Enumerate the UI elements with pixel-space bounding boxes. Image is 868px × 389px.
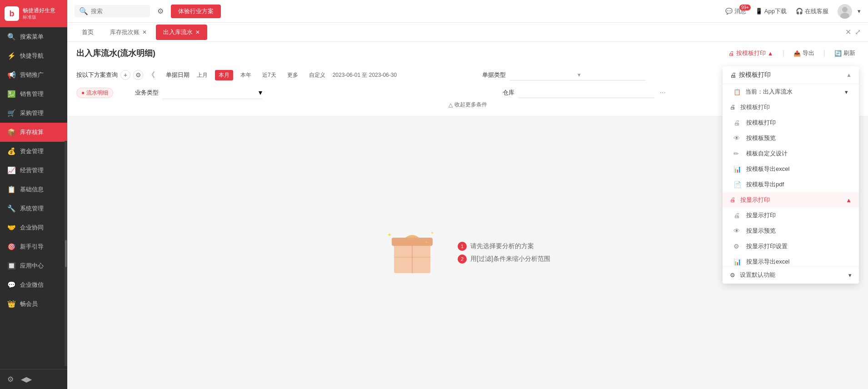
basic-info-icon: 📋 — [7, 185, 15, 194]
app-name-text: 畅捷通好生意 标准版 — [23, 7, 55, 21]
online-service-btn[interactable]: 🎧 在线客服 — [796, 7, 828, 15]
date-btn-this-month[interactable]: 本月 — [215, 70, 233, 80]
template-print-icon: 🖨 — [733, 119, 742, 126]
page-area: 出入库流水(流水明细) 🖨 按模板打印 ▲ | 📤 导出 | 🔄 刷新 — [67, 42, 868, 389]
topbar-search-box[interactable]: 🔍 — [75, 5, 150, 17]
empty-step-1: 1 请先选择要分析的方案 — [458, 242, 550, 251]
dropdown-current-item[interactable]: 📋 当前：出入库流水 ▾ — [723, 84, 859, 100]
svg-text:✦: ✦ — [425, 240, 428, 244]
filter-tag-area: ● 流水明细 — [76, 88, 113, 98]
settings-icon[interactable]: ⚙ — [7, 375, 14, 384]
sidebar-item-quick-nav[interactable]: ⚡ 快捷导航 — [0, 46, 67, 65]
quick-nav-icon: ⚡ — [7, 52, 15, 60]
sidebar-item-search-menu[interactable]: 🔍 搜索菜单 — [0, 27, 67, 46]
user-avatar-btn[interactable]: ▾ — [838, 4, 861, 19]
business-type-dropdown[interactable]: ▾ — [162, 86, 262, 99]
warehouse-label: 仓库 — [503, 89, 514, 97]
window-controls: ✕ ⤢ — [845, 28, 861, 36]
dropdown-item-display-print[interactable]: 🖨 按显示打印 — [723, 208, 859, 223]
sidebar-nav: 🔍 搜索菜单 ⚡ 快捷导航 📢 营销推广 💹 销售管理 🛒 采购管理 📦 库存核… — [0, 27, 67, 369]
template-custom-icon: ✏ — [733, 150, 742, 157]
sidebar-item-enterprise-coop[interactable]: 🤝 企业协同 — [0, 218, 67, 237]
tab-inout-flow[interactable]: 出入库流水 ✕ — [156, 25, 207, 40]
date-btn-custom[interactable]: 自定义 — [305, 70, 329, 80]
enterprise-wechat-icon: 💬 — [7, 281, 15, 289]
dropdown-item-display-settings[interactable]: ⚙ 按显示打印设置 — [723, 239, 859, 254]
collapse-sidebar-icon[interactable]: ◀▶ — [21, 375, 32, 384]
dropdown-item-display-export-excel[interactable]: 📊 按显示导出excel — [723, 254, 859, 266]
dropdown-item-template-print[interactable]: 🖨 按模板打印 — [723, 115, 859, 130]
sidebar-item-operations[interactable]: 📈 经营管理 — [0, 161, 67, 180]
dropdown-item-template-preview[interactable]: 👁 按模板预览 — [723, 130, 859, 146]
date-btn-last7[interactable]: 近7天 — [259, 70, 280, 80]
date-filter: 单据日期 上月 本月 本年 近7天 更多 自定义 2023-06-01 至 20… — [166, 70, 471, 80]
dropdown-item-display-preview[interactable]: 👁 按显示预览 — [723, 223, 859, 239]
sidebar-item-enterprise-wechat[interactable]: 💬 企业微信 — [0, 275, 67, 294]
tab-inventory-batch-close[interactable]: ✕ — [142, 29, 147, 35]
app-download-btn[interactable]: 📱 App下载 — [755, 7, 787, 15]
business-type-section: 业务类型 ▾ — [135, 86, 491, 99]
filter-label: 按以下方案查询 — [76, 71, 118, 79]
dropdown-item-template-custom[interactable]: ✏ 模板自定义设计 — [723, 146, 859, 161]
dropdown-footer-settings[interactable]: ⚙ 设置默认功能 ▾ — [723, 266, 859, 284]
dropdown-header: 🖨 按模板打印 ▲ — [723, 66, 859, 84]
tab-inout-flow-close[interactable]: ✕ — [195, 29, 200, 35]
sidebar-item-marketing[interactable]: 📢 营销推广 — [0, 65, 67, 85]
message-btn[interactable]: 💬 消息 99+ — [725, 7, 746, 15]
empty-box-svg: ✦ ✦ ✦ — [385, 228, 439, 278]
filter-setting-btn[interactable]: ⚙ — [133, 70, 143, 80]
window-maximize-btn[interactable]: ⤢ — [855, 28, 861, 36]
tab-inventory-batch[interactable]: 库存批次账 ✕ — [103, 25, 154, 40]
dropdown-section-display[interactable]: 🖨 按显示打印 ▲ — [723, 192, 859, 208]
app-download-icon: 📱 — [755, 8, 763, 15]
date-btn-prev-month[interactable]: 上月 — [193, 70, 211, 80]
template-section-icon: 🖨 — [730, 104, 736, 110]
filter-tag-shuidetail[interactable]: ● 流水明细 — [76, 88, 113, 98]
sidebar-bottom: ⚙ ◀▶ — [0, 369, 67, 389]
warehouse-input[interactable] — [518, 87, 654, 98]
window-close-btn[interactable]: ✕ — [845, 28, 851, 36]
dropdown-item-template-export-excel[interactable]: 📊 按模板导出excel — [723, 161, 859, 177]
dropdown-section-template[interactable]: 🖨 按模板打印 — [723, 100, 859, 115]
print-template-btn[interactable]: 🖨 按模板打印 ▲ — [725, 47, 777, 59]
dropdown-collapse-arrow[interactable]: ▲ — [846, 72, 852, 78]
sidebar-item-app-center[interactable]: 🔲 应用中心 — [0, 256, 67, 275]
tab-home[interactable]: 首页 — [75, 25, 101, 40]
step-2-num: 2 — [458, 254, 467, 264]
sidebar-item-new-guide[interactable]: 🎯 新手引导 — [0, 237, 67, 256]
warehouse-more-btn[interactable]: ··· — [660, 89, 666, 97]
business-type-label: 业务类型 — [135, 89, 159, 97]
sidebar: b 畅捷通好生意 标准版 🔍 搜索菜单 ⚡ 快捷导航 📢 营销推广 💹 销售管理… — [0, 0, 67, 389]
search-input[interactable] — [91, 8, 145, 15]
doc-type-dropdown[interactable]: ▾ — [509, 70, 646, 80]
filter-add-btn[interactable]: + — [120, 70, 130, 80]
filter-tag-icon: ● — [81, 90, 85, 96]
filter-collapse-btn[interactable]: 《 — [148, 70, 155, 80]
date-btn-more[interactable]: 更多 — [284, 70, 302, 80]
sidebar-item-members[interactable]: 👑 畅会员 — [0, 294, 67, 314]
dropdown-item-template-export-pdf[interactable]: 📄 按模板导出pdf — [723, 177, 859, 192]
display-print-icon: 🖨 — [733, 212, 742, 219]
export-btn[interactable]: 📤 导出 — [790, 47, 818, 59]
refresh-btn[interactable]: 🔄 刷新 — [831, 47, 859, 59]
dropdown-header-title: 🖨 按模板打印 — [730, 71, 771, 79]
sidebar-item-purchase[interactable]: 🛒 采购管理 — [0, 104, 67, 123]
step-1-num: 1 — [458, 242, 467, 251]
dropdown-footer-icon: ⚙ — [730, 272, 735, 279]
trial-btn[interactable]: 体验行业方案 — [171, 5, 221, 18]
topbar-gear-icon[interactable]: ⚙ — [157, 7, 164, 15]
sidebar-item-basic-info[interactable]: 📋 基础信息 — [0, 180, 67, 199]
sidebar-item-system[interactable]: 🔧 系统管理 — [0, 199, 67, 218]
doc-type-arrow: ▾ — [578, 71, 642, 78]
sidebar-item-inventory[interactable]: 📦 库存核算 — [0, 123, 67, 142]
sidebar-item-sales[interactable]: 💹 销售管理 — [0, 85, 67, 104]
user-dropdown-icon: ▾ — [858, 8, 861, 15]
message-badge: 99+ — [739, 5, 751, 10]
user-avatar — [838, 4, 852, 19]
svg-text:✦: ✦ — [387, 232, 392, 238]
date-label: 单据日期 — [166, 71, 190, 79]
collapse-conditions-btn[interactable]: △ 收起更多条件 — [449, 101, 487, 109]
app-center-icon: 🔲 — [7, 262, 15, 270]
date-btn-this-year[interactable]: 本年 — [237, 70, 255, 80]
sidebar-item-finance[interactable]: 💰 资金管理 — [0, 142, 67, 161]
